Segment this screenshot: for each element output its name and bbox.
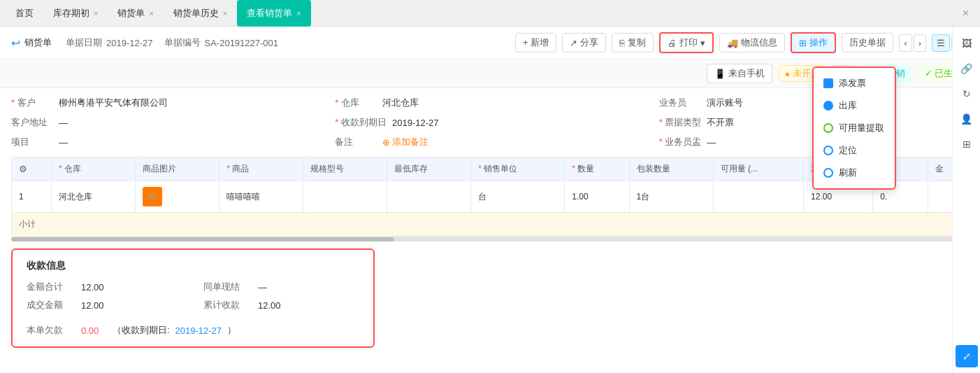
employee-label: 业务员 [659, 97, 701, 109]
refresh-item[interactable]: 刷新 [814, 162, 895, 184]
window-close-button[interactable]: × [957, 7, 974, 20]
warehouse-field: 仓库 河北仓库 [335, 97, 644, 109]
circle-icon: ● [784, 69, 790, 79]
row-min-stock [387, 181, 471, 213]
main-content: ↩ 销货单 单据日期 2019-12-27 单据编号 SA-20191227-0… [0, 27, 980, 373]
refresh-icon [823, 168, 833, 178]
row-index: 1 [12, 181, 52, 213]
due-amount-label: 本单欠款 [27, 324, 75, 337]
document-actions: + 新增 ↗ 分享 ⎘ 复制 🖨 打印 ▾ 🚚 物流信息 ⊞ 操作 [515, 32, 969, 53]
print-dropdown-icon: ▾ [700, 38, 705, 48]
col-settings: ⚙ [12, 157, 52, 181]
phone-icon: 📱 [714, 69, 726, 79]
warehouse-label: 仓库 [335, 97, 377, 109]
cumulative-value: 12.00 [258, 300, 281, 311]
available-extract-item[interactable]: 可用量提取 [814, 117, 895, 139]
doc-date-item: 单据日期 2019-12-27 [66, 36, 153, 49]
stock-out-item[interactable]: 出库 [814, 94, 895, 117]
right-sidebar: 🖼 🔗 ↻ 👤 ⊞ ⤢ [952, 27, 980, 373]
due-date-field: 收款到期日 2019-12-27 [335, 116, 644, 129]
extract-icon [823, 123, 833, 133]
tab-inventory-close[interactable]: × [94, 9, 98, 17]
customer-value: 柳州粤港平安气体有限公司 [59, 97, 168, 109]
amount-total-label: 金额合计 [27, 281, 75, 293]
sidebar-table-button[interactable]: ⊞ [956, 133, 978, 155]
doc-date-label: 单据日期 [66, 36, 102, 49]
row-available [713, 181, 803, 213]
tab-sales[interactable]: 销货单 × [108, 0, 163, 27]
tab-view-sales[interactable]: 查看销货单 × [237, 0, 310, 27]
sidebar-link-button[interactable]: 🔗 [956, 57, 978, 80]
col-warehouse: 仓库 [52, 157, 136, 181]
sidebar-user-button[interactable]: 👤 [956, 108, 978, 130]
tab-bar: 首页 库存期初 × 销货单 × 销货单历史 × 查看销货单 × × [0, 0, 980, 27]
logistics-button[interactable]: 🚚 物流信息 [719, 33, 785, 52]
horizontal-scrollbar[interactable] [11, 237, 969, 241]
customer-label: 客户 [11, 97, 53, 109]
customer-field: 客户 柳州粤港平安气体有限公司 [11, 97, 321, 109]
operate-button[interactable]: ⊞ 操作 [791, 32, 836, 53]
document-title: ↩ 销货单 [11, 36, 52, 50]
remark-label: 备注 [335, 136, 377, 148]
due-note [104, 325, 107, 336]
add-invoice-item[interactable]: 添发票 [814, 72, 895, 94]
tab-history-close[interactable]: × [223, 9, 227, 17]
doc-date-value: 2019-12-27 [106, 38, 153, 48]
tab-home[interactable]: 首页 [6, 0, 43, 27]
row-package-qty: 1台 [629, 181, 713, 213]
col-sales-unit: 销售单位 [471, 157, 565, 181]
address-field: 客户地址 — [11, 116, 321, 129]
settings-icon[interactable]: ⚙ [19, 164, 27, 174]
from-phone-button[interactable]: 📱 来自手机 [707, 64, 772, 83]
new-button[interactable]: + 新增 [515, 33, 556, 52]
payment-grid: 金额合计 12.00 同单现结 — 成交金额 12.00 累计收款 12.00 [27, 281, 359, 320]
print-icon: 🖨 [668, 38, 677, 48]
subtotal-label: 小计 [12, 213, 968, 237]
tab-view-close[interactable]: × [296, 9, 301, 17]
col-available: 可用量 (... [713, 157, 803, 181]
tab-sales-close[interactable]: × [149, 9, 153, 17]
nav-arrows: ‹ › [899, 34, 926, 52]
subtotal-row: 小计 [12, 213, 968, 237]
same-order-row: 同单现结 — [203, 281, 359, 293]
prev-button[interactable]: ‹ [899, 34, 911, 52]
sidebar-image-button[interactable]: 🖼 [956, 32, 978, 55]
view-list-button[interactable]: ☰ [932, 34, 950, 52]
operate-icon: ⊞ [799, 38, 807, 48]
tab-inventory[interactable]: 库存期初 × [43, 0, 108, 27]
truck-icon: 🚚 [727, 38, 738, 48]
payment-title: 收款信息 [27, 260, 359, 272]
amount-total-value: 12.00 [81, 282, 104, 293]
row-product: 嘻嘻嘻嘻 [219, 181, 303, 213]
print-button[interactable]: 🖨 打印 ▾ [659, 32, 714, 53]
scroll-thumb[interactable] [11, 237, 394, 241]
row-product-img: 🛒 [136, 181, 219, 213]
history-button[interactable]: 历史单据 [842, 33, 893, 52]
col-spec: 规格型号 [303, 157, 387, 181]
sidebar-refresh-button[interactable]: ↻ [956, 83, 978, 105]
same-order-value: — [258, 282, 267, 293]
check-circle-icon2: ✓ [925, 68, 932, 78]
tab-sales-history[interactable]: 销货单历史 × [164, 0, 237, 27]
operate-dropdown: 添发票 出库 可用量提取 定位 刷新 [812, 66, 896, 190]
document-meta: 单据日期 2019-12-27 单据编号 SA-20191227-001 [66, 36, 278, 49]
doc-number-value: SA-20191227-001 [205, 38, 279, 48]
add-remark-button[interactable]: ⊕ 添加备注 [382, 136, 428, 148]
row-warehouse: 河北仓库 [52, 181, 136, 213]
due-date-note: 2019-12-27 [175, 325, 222, 336]
deal-amount-row: 成交金额 12.00 [27, 299, 182, 311]
locate-icon [823, 146, 833, 155]
cumulative-row: 累计收款 12.00 [203, 299, 359, 311]
col-min-stock: 最低库存 [387, 157, 471, 181]
row-unit: 台 [471, 181, 565, 213]
copy-icon: ⎘ [619, 38, 625, 48]
due-note-end: ） [227, 324, 236, 337]
locate-item[interactable]: 定位 [814, 139, 895, 162]
due-date-value: 2019-12-27 [392, 118, 439, 128]
copy-button[interactable]: ⎘ 复制 [612, 33, 654, 52]
next-button[interactable]: › [914, 34, 926, 52]
document-header: ↩ 销货单 单据日期 2019-12-27 单据编号 SA-20191227-0… [0, 27, 980, 59]
share-button[interactable]: ↗ 分享 [562, 33, 606, 52]
sidebar-expand-button[interactable]: ⤢ [956, 345, 978, 367]
invoice-icon [823, 78, 833, 88]
